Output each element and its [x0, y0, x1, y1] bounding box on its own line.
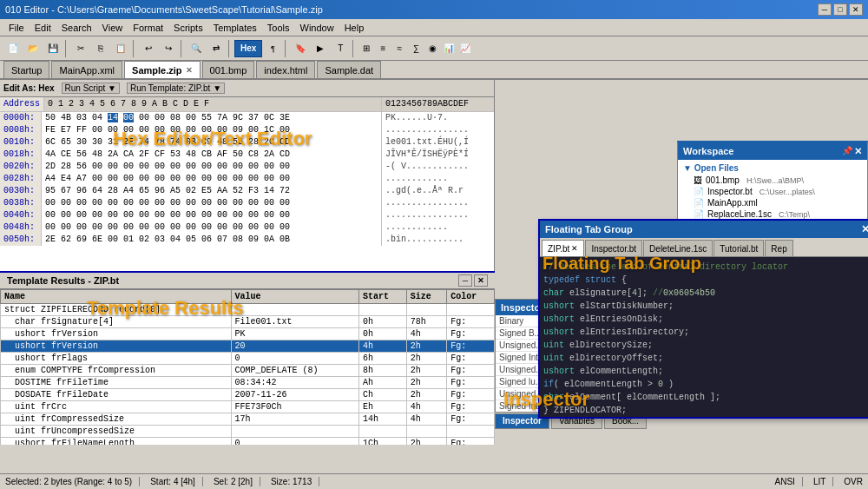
ws-item-001bmp[interactable]: 🖼 001.bmp H:\Swe...a\BMP\ [680, 175, 865, 186]
table-row[interactable]: uint frCrcFFE73F0ChEh4hFg: [1, 401, 495, 413]
tab-sampledat[interactable]: Sample.dat [317, 61, 381, 78]
hex-row[interactable]: 0018h:4A CE 56 48 2A CA 2F CF 53 48 CB A… [0, 149, 494, 161]
hex-row[interactable]: 0048h:00 00 00 00 00 00 00 00 00 00 00 0… [0, 221, 494, 234]
column-header-name: Name [1, 290, 232, 304]
bookmark-button[interactable]: 🔖 [291, 39, 310, 58]
tab-close-icon[interactable]: ✕ [186, 66, 193, 75]
hex-address: 0038h: [0, 197, 42, 209]
table-row[interactable]: uint frCompressedSize17h14h4hFg: [1, 413, 495, 426]
table-row[interactable]: DOSTIME frFileTime08:34:42Ah2hFg: [1, 377, 495, 389]
floating-tab-rep[interactable]: Rep [765, 240, 792, 256]
menu-item-file[interactable]: File [3, 21, 30, 35]
hex-ascii: PK......U·7. [381, 112, 494, 124]
save-button[interactable]: 💾 [43, 39, 62, 58]
copy-button[interactable]: ⎘ [91, 39, 110, 58]
menu-item-edit[interactable]: Edit [30, 21, 56, 35]
tb-extra-2[interactable]: ≡ [375, 39, 391, 58]
row-color-cell: Fg: [447, 401, 495, 413]
tb-extra-1[interactable]: ⊞ [358, 39, 374, 58]
code-line: if( elCommentLength > 0 ) [543, 378, 868, 391]
run-template-label[interactable]: Run Template: ZIP.bt ▼ [127, 83, 225, 94]
menu-item-format[interactable]: Format [128, 21, 168, 35]
ws-item-mainappxml[interactable]: 📄 MainApp.xml [680, 197, 865, 208]
floating-tab-zipbt[interactable]: ZIP.bt✕ [542, 240, 584, 256]
table-row[interactable]: uint frUncompressedSize [1, 426, 495, 438]
dec-mode-button[interactable]: ¶ [263, 39, 282, 58]
table-row[interactable]: char frSignature[4]File001.txt0h78hFg: [1, 316, 495, 328]
hex-row[interactable]: 0020h:2D 28 56 00 00 00 00 00 00 00 00 0… [0, 161, 494, 173]
menu-item-tools[interactable]: Tools [262, 21, 295, 35]
row-value-cell [231, 304, 359, 316]
hex-row[interactable]: 0008h:FE E7 FF 00 00 00 00 00 00 00 00 0… [0, 124, 494, 136]
floating-tab-tutorialbt[interactable]: Tutorial.bt [713, 240, 764, 256]
hex-data-area[interactable]: 0000h:50 4B 03 04 14 00 00 00 08 00 55 7… [0, 112, 494, 271]
hex-row[interactable]: 0000h:50 4B 03 04 14 00 00 00 08 00 55 7… [0, 112, 494, 124]
floating-tab-deleteline1sc[interactable]: DeleteLine.1sc [643, 240, 713, 256]
template-results-content[interactable]: NameValueStartSizeColorstruct ZIPFILEREC… [0, 289, 495, 445]
type: ushort [543, 367, 575, 376]
hex-row[interactable]: 0038h:00 00 00 00 00 00 00 00 00 00 00 0… [0, 197, 494, 209]
workspace-pin-icon[interactable]: 📌 [842, 146, 852, 157]
table-row[interactable]: ushort frVersion204h2hFg: [1, 340, 495, 353]
maximize-button[interactable]: □ [833, 3, 847, 16]
menu-item-scripts[interactable]: Scripts [168, 21, 208, 35]
minimize-button[interactable]: ─ [818, 3, 832, 16]
floating-tab-inspectorbt[interactable]: Inspector.bt [585, 240, 642, 256]
tab-indexhtml[interactable]: index.html [256, 61, 315, 78]
new-button[interactable]: 📄 [3, 39, 23, 58]
menu-item-view[interactable]: View [97, 21, 128, 35]
floating-close-icon[interactable]: ✕ [861, 223, 868, 235]
tb-extra-6[interactable]: 📊 [441, 39, 457, 58]
tb-extra-3[interactable]: ≈ [391, 39, 407, 58]
row-value-cell [231, 426, 359, 438]
run-script-tb-button[interactable]: ▶ [311, 39, 330, 58]
floating-tab-label: Rep [771, 244, 786, 254]
menu-item-templates[interactable]: Templates [208, 21, 262, 35]
hex-address: 0030h: [0, 185, 42, 197]
table-row[interactable]: ushort frVersionPK0h4hFg: [1, 328, 495, 340]
code-line: typedef struct { [543, 274, 868, 287]
open-button[interactable]: 📂 [23, 39, 43, 58]
hex-bytes: 2E 62 69 6E 00 01 02 03 04 05 06 07 08 0… [42, 234, 381, 246]
workspace-close-icon[interactable]: ✕ [854, 146, 862, 157]
template-panel-close[interactable]: ✕ [474, 274, 488, 287]
open-files-collapse-icon[interactable]: ▼ [683, 163, 694, 173]
floating-tab-close[interactable]: ✕ [571, 244, 578, 253]
tb-extra-7[interactable]: 📈 [457, 39, 473, 58]
find-button[interactable]: 🔍 [187, 39, 206, 58]
hex-row[interactable]: 0010h:6C 65 30 30 31 2E 74 78 74 0B C9 4… [0, 136, 494, 149]
table-row[interactable]: ushort frFlags06h2hFg: [1, 353, 495, 365]
template-tb-button[interactable]: T [331, 39, 350, 58]
undo-button[interactable]: ↩ [139, 39, 158, 58]
menu-item-window[interactable]: Window [295, 21, 339, 35]
cut-button[interactable]: ✂ [71, 39, 90, 58]
hex-row[interactable]: 0028h:A4 E4 A7 00 00 00 00 00 00 00 00 0… [0, 173, 494, 185]
tab-samplezip[interactable]: Sample.zip✕ [124, 61, 200, 78]
paste-button[interactable]: 📋 [111, 39, 130, 58]
table-row[interactable]: struct ZIPFILERECORD record[0] [1, 304, 495, 316]
menu-item-search[interactable]: Search [56, 21, 97, 35]
replace-button[interactable]: ⇄ [207, 39, 226, 58]
menu-item-help[interactable]: Help [339, 21, 370, 35]
tab-001bmp[interactable]: 001.bmp [202, 61, 255, 78]
toolbar-sep-1 [65, 40, 69, 57]
hex-ascii: ................ [381, 124, 494, 136]
table-row[interactable]: DOSDATE frFileDate2007-11-26Ch2hFg: [1, 389, 495, 401]
hex-mode-button[interactable]: Hex [234, 40, 262, 57]
tab-mainappxml[interactable]: MainApp.xml [51, 61, 122, 78]
tb-extra-4[interactable]: ∑ [408, 39, 424, 58]
tab-startup[interactable]: Startup [3, 61, 49, 78]
tb-extra-5[interactable]: ◉ [424, 39, 440, 58]
run-script-label[interactable]: Run Script ▼ [62, 83, 120, 94]
hex-row[interactable]: 0050h:2E 62 69 6E 00 01 02 03 04 05 06 0… [0, 234, 494, 246]
redo-button[interactable]: ↪ [159, 39, 178, 58]
table-row[interactable]: ushort frFileNameLength01Ch2hFg: [1, 438, 495, 446]
floating-tab-group: Floating Tab Group ✕ ZIP.bt✕Inspector.bt… [538, 219, 868, 419]
table-row[interactable]: enum COMPTYPE frCompressionCOMP_DEFLATE … [1, 365, 495, 377]
close-button[interactable]: ✕ [849, 3, 863, 16]
ws-item-inspectorbt[interactable]: 📄 Inspector.bt C:\User...plates\ [680, 186, 865, 197]
hex-row[interactable]: 0040h:00 00 00 00 00 00 00 00 00 00 00 0… [0, 209, 494, 221]
template-panel-minimize[interactable]: ─ [458, 274, 472, 287]
address-header: Address [0, 97, 44, 111]
hex-row[interactable]: 0030h:95 67 96 64 28 A4 65 96 A5 02 E5 A… [0, 185, 494, 197]
